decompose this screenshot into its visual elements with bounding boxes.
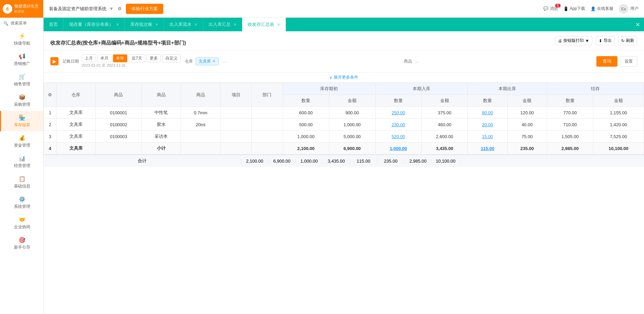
app-download-label: App下载 — [570, 6, 585, 12]
row-in-amt: 3,435.00 — [422, 143, 468, 154]
row-goods-name: 小计 — [142, 143, 181, 154]
date-btn-this-month[interactable]: 本月 — [97, 54, 112, 62]
date-btn-last-month[interactable]: 上月 — [82, 54, 96, 62]
setting-btn[interactable]: 设置 — [620, 56, 637, 67]
sidebar-item-system[interactable]: ⚙️ 系统管理 — [0, 193, 43, 213]
print-icon: 🖨 — [558, 38, 562, 43]
row-open-amt: 6,900.00 — [329, 143, 375, 154]
business-icon: 📊 — [19, 155, 26, 162]
row-in-qty[interactable]: 230.00 — [375, 119, 422, 131]
row-bal-qty: 770.00 — [547, 107, 593, 119]
col-outbound-header: 本期出库 — [468, 83, 547, 95]
col-settings[interactable]: ⚙ — [44, 83, 56, 107]
filter-toggle-btn[interactable]: ▶ — [50, 57, 59, 65]
footer-bal-amt: 10,100.00 — [431, 159, 460, 164]
row-in-qty[interactable]: 1,000.00 — [375, 143, 422, 154]
chevron-down-icon: ▼ — [109, 6, 114, 11]
refresh-icon: ↻ — [621, 38, 625, 43]
row-in-amt: 460.00 — [422, 119, 468, 131]
date-btn-this-year[interactable]: 本年 — [113, 54, 127, 62]
tabs-close-all-btn[interactable]: ✕ — [631, 21, 644, 28]
warehouse-tag-close[interactable]: ✕ — [212, 59, 216, 64]
user-label: 用户 — [630, 6, 639, 12]
date-btn-custom[interactable]: 自定义 — [162, 54, 181, 62]
tab-inventory-dist[interactable]: 现存量（库存分布表） ✕ — [64, 18, 125, 31]
sidebar-item-quick-nav[interactable]: ⚡ 快捷导航 — [0, 29, 43, 50]
search-icon: 🔍 — [3, 21, 9, 26]
tab-close-icon[interactable]: ✕ — [233, 22, 236, 27]
logo-title: 畅捷通好生意 — [14, 4, 39, 9]
sidebar-item-label: 营销推广 — [14, 61, 30, 67]
print-label: 按钮版打印 — [563, 38, 584, 44]
footer-out-qty: 115.00 — [350, 159, 377, 164]
goods-more-btn[interactable]: ... — [414, 58, 420, 64]
warehouse-more-btn[interactable]: ... — [221, 58, 228, 64]
tab-collect-summary[interactable]: 收发存汇总表 ✕ — [242, 18, 286, 31]
table-row: 3文具库0100003采访本1,000.005,000.00520.002,60… — [44, 131, 644, 143]
print-btn[interactable]: 🖨 按钮版打印 ▼ — [555, 36, 592, 45]
row-out-qty[interactable]: 20.00 — [468, 119, 507, 131]
tab-home[interactable]: 首页 — [44, 18, 64, 31]
row-warehouse: 文具库 — [56, 107, 96, 119]
message-badge[interactable]: 💬 6 消息 — [543, 6, 558, 12]
sidebar-item-guide[interactable]: 🎯 新手引导 — [0, 233, 43, 254]
goods-filter-group: 商品 ... — [404, 58, 420, 64]
row-in-qty[interactable]: 250.00 — [375, 107, 422, 119]
tab-batch[interactable]: 库存批次账 ✕ — [125, 18, 164, 31]
tab-close-icon[interactable]: ✕ — [116, 22, 119, 27]
refresh-btn[interactable]: ↻ 刷新 — [618, 36, 637, 45]
date-filter-group: 记账日期 上月 本月 本年 近7天 更多 自定义 2023-01-01 至 20… — [63, 54, 181, 68]
app-download-btn[interactable]: 📱 App下载 — [563, 6, 585, 12]
sidebar-item-inventory[interactable]: 🏪 库存核算 — [0, 111, 43, 131]
row-open-amt: 900.00 — [329, 107, 375, 119]
row-goods-spec — [181, 143, 220, 154]
export-btn[interactable]: ⬇ 导出 — [596, 36, 615, 45]
sidebar-item-sales[interactable]: 🛒 销售管理 — [0, 70, 43, 90]
inventory-icon: 🏪 — [19, 114, 26, 121]
sidebar-item-label: 企业协同 — [14, 224, 30, 230]
col-in-amt: 金额 — [422, 95, 468, 107]
sidebar-item-purchase[interactable]: 📦 采购管理 — [0, 90, 43, 111]
date-btn-more[interactable]: 更多 — [147, 54, 161, 62]
row-out-qty[interactable]: 115.00 — [468, 143, 507, 154]
tab-close-icon[interactable]: ✕ — [277, 22, 280, 27]
date-range: 2023-01-01 至 2023-12-31 — [82, 63, 181, 68]
tab-close-icon[interactable]: ✕ — [155, 22, 158, 27]
warehouse-filter-label: 仓库 — [185, 59, 193, 64]
tab-close-icon[interactable]: ✕ — [194, 22, 197, 27]
warehouse-tag-text: 文具库 — [199, 59, 211, 64]
sidebar-item-finance[interactable]: 💰 资金管理 — [0, 131, 43, 152]
row-open-amt: 5,000.00 — [329, 131, 375, 143]
expand-btn[interactable]: ∨ 展开更多条件 — [50, 72, 637, 82]
user-area[interactable]: Ea 用户 — [619, 4, 639, 14]
row-out-qty[interactable]: 15.00 — [468, 131, 507, 143]
row-warehouse: 文具库 — [56, 143, 96, 154]
sidebar-item-business[interactable]: 📊 经营管理 — [0, 152, 43, 172]
topbar: 装备及固定资产辅助管理系统 ▼ ⚙ 体验行业方案 💬 6 消息 📱 App下载 … — [44, 0, 644, 18]
row-goods-spec: 0.7mm — [181, 107, 220, 119]
row-open-qty: 1,000.00 — [283, 131, 329, 143]
row-goods-code: 0100003 — [96, 131, 142, 143]
search-menu[interactable]: 🔍 搜索菜单 — [0, 18, 43, 29]
sidebar-item-marketing[interactable]: 📢 营销推广 — [0, 50, 43, 70]
row-in-qty[interactable]: 520.00 — [375, 131, 422, 143]
tab-inout-summary[interactable]: 出入库汇总 ✕ — [203, 18, 242, 31]
gear-icon[interactable]: ⚙ — [118, 6, 122, 11]
row-goods-code: 0100001 — [96, 107, 142, 119]
online-service-label: 在线客服 — [597, 6, 613, 12]
row-no: 3 — [44, 131, 56, 143]
tab-inout-flow[interactable]: 出入库流水 ✕ — [164, 18, 203, 31]
query-btn[interactable]: 查询 — [596, 56, 617, 67]
online-service-btn[interactable]: 👤 在线客服 — [591, 6, 613, 12]
table-row: 1文具库0100001中性笔0.7mm600.00900.00250.00375… — [44, 107, 644, 119]
row-out-qty[interactable]: 80.00 — [468, 107, 507, 119]
col-out-amt: 金额 — [507, 95, 547, 107]
footer-label: 合计 — [44, 158, 241, 164]
sidebar-item-label: 系统管理 — [14, 204, 30, 210]
date-btn-7days[interactable]: 近7天 — [129, 54, 145, 62]
sidebar-item-cooperation[interactable]: 🤝 企业协同 — [0, 213, 43, 233]
sidebar-item-label: 基础信息 — [14, 183, 30, 189]
col-inbound-header: 本期入库 — [375, 83, 468, 95]
sidebar-item-base[interactable]: 📋 基础信息 — [0, 172, 43, 193]
try-btn[interactable]: 体验行业方案 — [126, 4, 163, 14]
